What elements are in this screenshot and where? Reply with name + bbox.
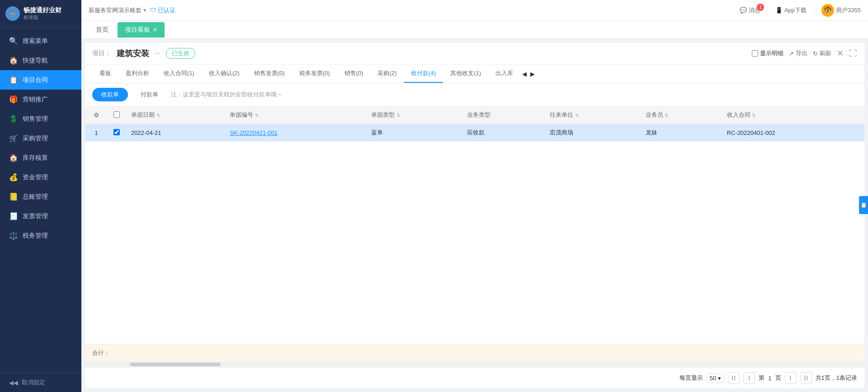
page-size-select[interactable]: 50 ▾ bbox=[707, 373, 724, 383]
more-options-button[interactable]: ··· bbox=[155, 49, 160, 57]
sidebar-item-inventory[interactable]: 🏠 库存核算 bbox=[0, 148, 81, 167]
sort-salesperson-icon[interactable]: ⇅ bbox=[665, 113, 668, 118]
tab-home[interactable]: 首页 bbox=[89, 22, 116, 38]
avatar: 🐯 bbox=[821, 4, 834, 17]
sidebar-item-capital[interactable]: 💰 资金管理 bbox=[0, 167, 81, 187]
subtab-other[interactable]: 其他收支(1) bbox=[443, 65, 488, 83]
col-biz-type: 业务类型 bbox=[462, 106, 544, 124]
row-type: 蓝单 bbox=[366, 124, 462, 142]
sidebar-item-project-label: 项目合同 bbox=[23, 76, 48, 84]
row-number: SK-20220421-001 bbox=[224, 124, 366, 142]
sort-number-icon[interactable]: ⇅ bbox=[255, 113, 259, 118]
subtab-next[interactable]: ▶ bbox=[528, 71, 537, 77]
tab-close-icon[interactable]: ✕ bbox=[153, 27, 157, 33]
row-checkbox[interactable] bbox=[113, 129, 120, 135]
sidebar-nav: 🔍 搜索菜单 🏠 快捷导航 📋 项目合同 🎁 营销推广 💲 销售管理 🛒 采购管… bbox=[0, 28, 81, 373]
payment-toggle[interactable]: 付款单 bbox=[132, 88, 167, 101]
sidebar-item-sales[interactable]: 💲 销售管理 bbox=[0, 109, 81, 129]
logo-icon: 🧮 bbox=[10, 11, 15, 16]
subtab-income-contract[interactable]: 收入合同(1) bbox=[156, 65, 202, 83]
gear-icon[interactable]: ⚙ bbox=[94, 111, 99, 119]
tab-project-board[interactable]: 项目看板 ✕ bbox=[118, 22, 165, 38]
sort-date-icon[interactable]: ⇅ bbox=[156, 113, 160, 118]
row-index: 1 bbox=[85, 124, 108, 142]
sidebar-item-invoice[interactable]: 🧾 发票管理 bbox=[0, 206, 81, 226]
sort-contract-icon[interactable]: ⇅ bbox=[752, 113, 755, 118]
sidebar-unpin-button[interactable]: ◀◀ 取消固定 bbox=[0, 373, 81, 392]
current-page: 1 bbox=[768, 375, 771, 382]
dropdown-icon: ▾ bbox=[143, 7, 146, 14]
messages-button[interactable]: 💬 消息 1 bbox=[740, 6, 760, 14]
app-name: 畅捷通好业财 bbox=[24, 6, 61, 14]
sidebar-item-ledger-label: 总账管理 bbox=[23, 193, 48, 201]
message-badge: 1 bbox=[757, 4, 764, 11]
app-download-button[interactable]: 📱 App下载 bbox=[775, 6, 807, 14]
table-header-row: ⚙ 单据日期 ⇅ 单据编号 ⇅ bbox=[85, 106, 864, 124]
select-all-checkbox[interactable] bbox=[113, 111, 120, 118]
sidebar-item-quick-label: 快捷导航 bbox=[23, 57, 48, 65]
app-logo: 🧮 bbox=[5, 6, 20, 21]
toggle-note: 注：这里是与项目关联的全部收付款单哦～ bbox=[171, 91, 283, 99]
topbar-left: 新服务官网演示账套 ▾ 🛡 已认证 bbox=[89, 6, 175, 14]
page-expand-button[interactable]: ⛶ bbox=[849, 49, 857, 58]
unpin-label: 取消固定 bbox=[22, 378, 45, 387]
sidebar-item-marketing[interactable]: 🎁 营销推广 bbox=[0, 90, 81, 109]
subtab-board[interactable]: 看板 bbox=[92, 65, 118, 83]
invoice-icon: 🧾 bbox=[9, 212, 18, 220]
col-check bbox=[108, 106, 126, 124]
page-close-button[interactable]: ✕ bbox=[837, 48, 844, 58]
refresh-icon: ↻ bbox=[813, 50, 818, 57]
account-name[interactable]: 新服务官网演示账套 ▾ bbox=[89, 6, 146, 14]
subtab-tax-invoice[interactable]: 税务发票(0) bbox=[292, 65, 337, 83]
status-badge: 已生效 bbox=[166, 48, 195, 59]
sort-type-icon[interactable]: ⇅ bbox=[396, 113, 400, 118]
message-icon: 💬 bbox=[740, 7, 747, 14]
scrollbar-thumb[interactable] bbox=[130, 363, 221, 366]
first-page-button[interactable]: ⟨⟨ bbox=[728, 372, 740, 384]
receipt-toggle[interactable]: 收款单 bbox=[92, 88, 128, 101]
col-number: 单据编号 ⇅ bbox=[224, 106, 366, 124]
user-menu[interactable]: 🐯 用户3355 bbox=[821, 4, 861, 17]
tax-icon: ⚖️ bbox=[9, 231, 18, 240]
sidebar-item-quick[interactable]: 🏠 快捷导航 bbox=[0, 51, 81, 70]
project-icon: 📋 bbox=[9, 76, 18, 84]
subtab-sales[interactable]: 销售(0) bbox=[337, 65, 371, 83]
total-info: 共1页，1条记录 bbox=[816, 374, 857, 382]
sales-icon: 💲 bbox=[9, 115, 18, 123]
prev-page-button[interactable]: ⟨ bbox=[743, 372, 755, 384]
sidebar-item-search-label: 搜索菜单 bbox=[23, 37, 48, 45]
subtab-purchase[interactable]: 采购(2) bbox=[370, 65, 404, 83]
col-settings[interactable]: ⚙ bbox=[85, 106, 108, 124]
row-check bbox=[108, 124, 126, 142]
sidebar-item-ledger[interactable]: 📒 总账管理 bbox=[0, 187, 81, 206]
sidebar-item-search[interactable]: 🔍 搜索菜单 bbox=[0, 31, 81, 51]
sidebar-item-purchase[interactable]: 🛒 采购管理 bbox=[0, 129, 81, 148]
subtab-inout[interactable]: 出入库 bbox=[488, 65, 520, 83]
panel-icon: 📋 bbox=[860, 202, 867, 208]
pagination: 每页显示 50 ▾ ⟨⟨ ⟨ 第 1 页 ⟩ ⟩⟩ 共1页，1条记录 bbox=[85, 367, 864, 388]
app-info: 畅捷通好业财 标准版 bbox=[24, 6, 61, 21]
subtab-profit[interactable]: 盈利分析 bbox=[118, 65, 156, 83]
sidebar-header: 🧮 畅捷通好业财 标准版 bbox=[0, 0, 81, 28]
row-salesperson: 龙妹 bbox=[640, 124, 722, 142]
subtab-prev[interactable]: ◀ bbox=[520, 71, 528, 77]
subtab-income-confirm[interactable]: 收入确认(2) bbox=[202, 65, 247, 83]
export-button[interactable]: ↗ 导出 bbox=[789, 49, 807, 57]
home-icon: 🏠 bbox=[9, 56, 18, 65]
row-number-link[interactable]: SK-20220421-001 bbox=[230, 129, 278, 136]
subtab-receipt[interactable]: 收付款(4) bbox=[404, 65, 443, 83]
show-detail-input[interactable] bbox=[752, 50, 758, 57]
sort-partner-icon[interactable]: ⇅ bbox=[575, 113, 579, 118]
next-page-button[interactable]: ⟩ bbox=[785, 372, 797, 384]
right-panel-toggle[interactable]: 📋 bbox=[859, 196, 868, 214]
page-size-label: 每页显示 bbox=[679, 374, 703, 382]
money-icon: 💰 bbox=[9, 173, 18, 182]
sidebar-item-tax[interactable]: ⚖️ 税务管理 bbox=[0, 226, 81, 245]
subtab-sales-invoice[interactable]: 销售发票(0) bbox=[247, 65, 292, 83]
show-detail-checkbox[interactable]: 显示明细 bbox=[752, 49, 783, 57]
last-page-button[interactable]: ⟩⟩ bbox=[800, 372, 812, 384]
horizontal-scrollbar[interactable] bbox=[85, 362, 864, 367]
sidebar-item-project[interactable]: 📋 项目合同 bbox=[0, 70, 81, 90]
topbar: 新服务官网演示账套 ▾ 🛡 已认证 💬 消息 1 📱 App下载 🐯 用 bbox=[81, 0, 868, 21]
refresh-button[interactable]: ↻ 刷新 bbox=[813, 49, 831, 57]
